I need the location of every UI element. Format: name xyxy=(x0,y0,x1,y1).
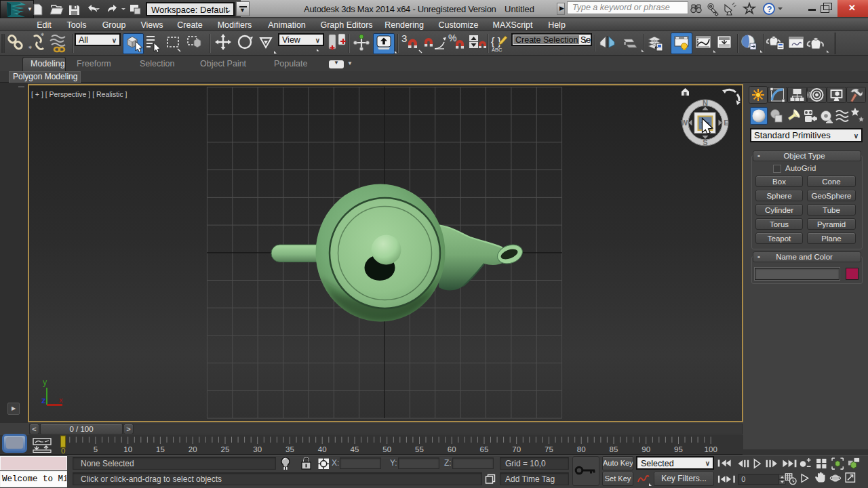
svg-text:E: E xyxy=(724,119,728,127)
svg-text:5: 5 xyxy=(94,445,98,453)
svg-text:10: 10 xyxy=(123,445,132,453)
svg-text:?: ? xyxy=(767,5,772,14)
svg-text:0: 0 xyxy=(741,475,745,483)
svg-text:75: 75 xyxy=(545,445,553,453)
svg-text:95: 95 xyxy=(674,445,683,453)
svg-text:90: 90 xyxy=(642,445,650,453)
svg-text:x: x xyxy=(59,396,63,404)
svg-text:ABC: ABC xyxy=(492,47,502,53)
svg-text:30: 30 xyxy=(253,445,262,453)
svg-text:100: 100 xyxy=(705,445,717,453)
svg-text:25: 25 xyxy=(221,445,230,453)
svg-text:35: 35 xyxy=(285,445,294,453)
svg-text:N: N xyxy=(703,99,708,107)
svg-text:15: 15 xyxy=(156,445,165,453)
svg-text:y: y xyxy=(43,378,47,387)
svg-text:✻: ✻ xyxy=(41,33,44,37)
svg-text:45: 45 xyxy=(351,445,359,453)
svg-text:60: 60 xyxy=(448,445,456,453)
svg-text:80: 80 xyxy=(577,445,586,453)
svg-text:55: 55 xyxy=(415,445,424,453)
svg-text:65: 65 xyxy=(480,445,489,453)
svg-text:0: 0 xyxy=(61,447,65,455)
svg-text:%: % xyxy=(448,33,456,43)
svg-text:40: 40 xyxy=(318,445,327,453)
svg-text:85: 85 xyxy=(610,445,618,453)
svg-text:70: 70 xyxy=(512,445,521,453)
svg-text:S: S xyxy=(703,138,707,146)
svg-text:z: z xyxy=(41,395,46,405)
svg-text:W: W xyxy=(681,119,688,127)
svg-text:✻: ✻ xyxy=(28,45,32,49)
svg-text:50: 50 xyxy=(382,445,391,453)
svg-text:20: 20 xyxy=(189,445,197,453)
svg-text:3: 3 xyxy=(401,33,407,44)
